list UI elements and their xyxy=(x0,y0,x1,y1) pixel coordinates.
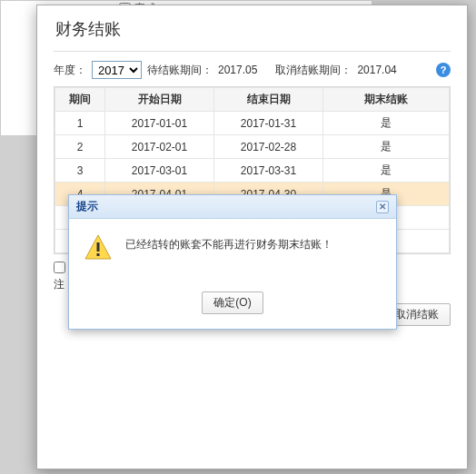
close-icon[interactable]: ✕ xyxy=(376,201,389,213)
alert-message: 已经结转的账套不能再进行财务期末结账！ xyxy=(125,233,332,262)
table-cell: 是 xyxy=(323,112,450,135)
year-select[interactable]: 2017 xyxy=(92,61,142,79)
col-closed: 期末结账 xyxy=(323,88,450,112)
col-period: 期间 xyxy=(55,88,105,112)
svg-rect-1 xyxy=(97,253,100,256)
alert-header: 提示 ✕ xyxy=(69,195,396,219)
table-header-row: 期间 开始日期 结束日期 期末结账 xyxy=(55,88,450,112)
alert-button-row: 确定(O) xyxy=(69,272,396,329)
table-cell: 2017-02-01 xyxy=(105,135,214,159)
dialog-title: 财务结账 xyxy=(37,5,467,51)
table-cell: 2017-01-01 xyxy=(105,112,214,135)
alert-ok-button[interactable]: 确定(O) xyxy=(202,291,263,314)
col-end-date: 结束日期 xyxy=(214,88,323,112)
table-cell: 1 xyxy=(55,112,105,135)
table-row[interactable]: 32017-03-012017-03-31是 xyxy=(55,159,450,183)
table-cell: 2 xyxy=(55,135,105,159)
alert-title: 提示 xyxy=(76,199,98,214)
year-label: 年度： xyxy=(54,63,86,78)
pending-period-value: 2017.05 xyxy=(218,64,257,76)
pending-period-label: 待结账期间： xyxy=(147,63,213,78)
alert-dialog: 提示 ✕ 已经结转的账套不能再进行财务期末结账！ 确定(O) xyxy=(68,194,397,330)
svg-rect-0 xyxy=(97,242,100,252)
table-row[interactable]: 12017-01-012017-01-31是 xyxy=(55,112,450,135)
col-start-date: 开始日期 xyxy=(105,88,214,112)
alert-body: 已经结转的账套不能再进行财务期末结账！ xyxy=(69,219,396,272)
table-cell: 2017-01-31 xyxy=(214,112,323,135)
table-cell: 2017-03-31 xyxy=(214,159,323,183)
table-row[interactable]: 22017-02-012017-02-28是 xyxy=(55,135,450,159)
table-cell: 是 xyxy=(323,159,450,183)
help-icon[interactable]: ? xyxy=(436,63,451,77)
toolbar: 年度： 2017 待结账期间： 2017.05 取消结账期间： 2017.04 … xyxy=(37,52,467,86)
warning-icon xyxy=(84,233,113,262)
table-cell: 2017-02-28 xyxy=(214,135,323,159)
table-cell: 3 xyxy=(55,159,105,183)
table-cell: 2017-03-01 xyxy=(105,159,214,183)
auto-writeoff-checkbox-input[interactable] xyxy=(54,262,65,273)
cancel-period-label: 取消结账期间： xyxy=(275,63,352,78)
cancel-period-value: 2017.04 xyxy=(357,64,396,76)
table-cell: 是 xyxy=(323,135,450,159)
